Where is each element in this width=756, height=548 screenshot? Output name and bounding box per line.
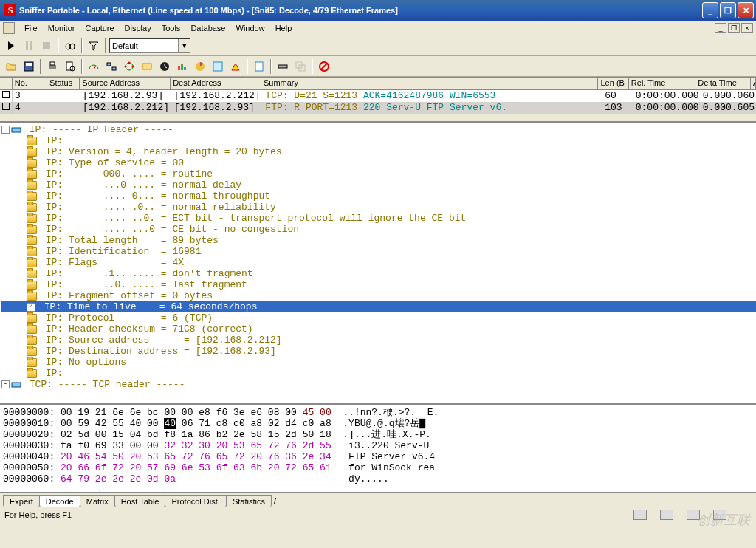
tree-node[interactable]: IP: Total length = 89 bytes: [1, 235, 756, 246]
tree-node[interactable]: IP:: [1, 135, 756, 146]
hex-pane[interactable]: 00000000: 00 19 21 6e 6e bc 00 00 e8 f6 …: [0, 403, 756, 492]
tree-node[interactable]: - IP: ----- IP Header -----: [1, 124, 756, 135]
tree-node[interactable]: - TCP: ----- TCP header -----: [1, 379, 756, 390]
maximize-button[interactable]: ❐: [720, 2, 736, 18]
menubar: File Monitor Capture Display Tools Datab…: [0, 21, 756, 35]
close-button[interactable]: ✕: [738, 2, 754, 18]
tree-node[interactable]: IP:: [1, 368, 756, 379]
status-icon-1[interactable]: [633, 510, 647, 520]
menu-help[interactable]: Help: [270, 22, 298, 34]
col-status[interactable]: Status: [47, 78, 80, 89]
tree-node[interactable]: IP: ...0 .... = normal delay: [1, 179, 756, 191]
tree-node[interactable]: IP: Type of service = 00: [1, 157, 756, 168]
col-len[interactable]: Len (B: [598, 78, 628, 89]
arp-icon[interactable]: [210, 58, 226, 75]
tree-node[interactable]: IP: 000. .... = routine: [1, 168, 756, 179]
hex-row[interactable]: 00000020: 02 5d 00 15 04 bd f8 1a 86 b2 …: [3, 429, 753, 440]
col-summary[interactable]: Summary: [261, 78, 599, 89]
mdi-close-button[interactable]: ×: [741, 23, 753, 33]
size-dist-icon[interactable]: [192, 58, 208, 75]
tree-node[interactable]: IP: Identification = 16981: [1, 246, 756, 257]
hosts-icon[interactable]: [103, 58, 120, 75]
matrix-icon[interactable]: [121, 58, 137, 75]
packet-row[interactable]: 3[192.168.2.93][192.168.2.212]TCP: D=21 …: [0, 90, 756, 102]
tab-matrix[interactable]: Matrix: [80, 495, 115, 507]
menu-window[interactable]: Window: [230, 22, 269, 34]
svg-rect-7: [66, 62, 72, 70]
menu-capture[interactable]: Capture: [80, 22, 119, 34]
stop-button[interactable]: [38, 38, 55, 54]
mdi-restore-button[interactable]: ❐: [728, 23, 740, 33]
tab-statistics[interactable]: Statistics: [226, 495, 272, 507]
tree-node[interactable]: IP: Source address = [192.168.2.212]: [1, 335, 756, 346]
hex-row[interactable]: 00000040: 20 46 54 50 20 53 65 72 76 65 …: [3, 451, 753, 462]
tree-node[interactable]: IP: .... ...0 = CE bit - no congestion: [1, 224, 756, 235]
menu-tools[interactable]: Tools: [157, 22, 186, 34]
tree-node[interactable]: IP: .... ..0. = ECT bit - transport prot…: [1, 213, 756, 224]
col-abs[interactable]: Abs. Time: [751, 78, 756, 89]
tree-node[interactable]: IP: ..0. .... = last fragment: [1, 279, 756, 290]
tab-host-table[interactable]: Host Table: [114, 495, 166, 507]
cascade-icon[interactable]: [292, 58, 309, 75]
col-no[interactable]: No.: [13, 78, 47, 89]
menu-monitor[interactable]: Monitor: [43, 22, 80, 34]
col-src[interactable]: Source Address: [80, 78, 171, 89]
filter-combo[interactable]: Default▾: [109, 38, 190, 53]
tree-node[interactable]: IP: .1.. .... = don't fragment: [1, 268, 756, 279]
svg-point-15: [125, 65, 127, 67]
hex-row[interactable]: 00000000: 00 19 21 6e 6e bc 00 00 e8 f6 …: [3, 407, 753, 418]
tree-node[interactable]: IP: Destination address = [192.168.2.93]: [1, 346, 756, 357]
network-icon: [11, 125, 21, 135]
switch-icon[interactable]: [275, 58, 291, 75]
minimize-button[interactable]: _: [702, 2, 718, 18]
tree-node[interactable]: IP: .... .0.. = normal reliability: [1, 202, 756, 213]
tree-node[interactable]: IP: Fragment offset = 0 bytes: [1, 290, 756, 301]
folder-icon: [27, 369, 37, 378]
tree-node[interactable]: IP: No options: [1, 357, 756, 368]
pause-button[interactable]: [21, 38, 37, 54]
tree-node[interactable]: IP: Header checksum = 71C8 (correct): [1, 323, 756, 335]
hex-row[interactable]: 00000050: 20 66 6f 72 20 57 69 6e 53 6f …: [3, 462, 753, 473]
hex-row[interactable]: 00000010: 00 59 42 55 40 00 40 06 71 c8 …: [3, 418, 753, 429]
decode-tree[interactable]: - IP: ----- IP Header ----- IP: IP: Vers…: [0, 121, 756, 403]
tab-expert[interactable]: Expert: [3, 495, 40, 507]
status-icon-2[interactable]: [660, 510, 673, 520]
svg-rect-6: [50, 62, 55, 65]
check-icon: ✓: [27, 303, 35, 312]
mdi-doc-icon[interactable]: [3, 22, 15, 34]
menu-database[interactable]: Database: [185, 22, 230, 34]
tree-node[interactable]: IP: Protocol = 6 (TCP): [1, 312, 756, 323]
col-delta[interactable]: Delta Time: [695, 78, 751, 89]
save-icon[interactable]: [21, 58, 37, 75]
app-icon: S: [4, 4, 16, 16]
folder-icon: [27, 247, 37, 256]
tree-node[interactable]: IP: Version = 4, header length = 20 byte…: [1, 146, 756, 157]
print-icon[interactable]: [44, 58, 61, 75]
history-icon[interactable]: [157, 58, 173, 75]
address-book-icon[interactable]: [251, 58, 267, 75]
app-resp-icon[interactable]: [139, 58, 155, 75]
tab-decode[interactable]: Decode: [39, 495, 80, 507]
hex-row[interactable]: 00000030: fa f0 69 33 00 00 32 32 30 20 …: [3, 440, 753, 451]
menu-display[interactable]: Display: [120, 22, 157, 34]
protocol-icon[interactable]: [174, 58, 190, 75]
col-rel[interactable]: Rel. Time: [629, 78, 695, 89]
menu-file[interactable]: File: [19, 22, 43, 34]
preview-icon[interactable]: [62, 58, 78, 75]
alarm-icon[interactable]: [227, 58, 244, 75]
hex-row[interactable]: 00000060: 64 79 2e 2e 2e 0d 0a dy.....: [3, 473, 753, 484]
binocular-icon[interactable]: [62, 38, 78, 54]
mdi-min-button[interactable]: _: [715, 23, 726, 33]
packet-row[interactable]: 4[192.168.2.212][192.168.2.93]FTP: R POR…: [0, 102, 756, 114]
stop-capture-icon[interactable]: [316, 58, 332, 75]
tree-node[interactable]: IP: Flags = 4X: [1, 257, 756, 268]
tree-node[interactable]: IP: .... 0... = normal throughput: [1, 191, 756, 202]
tree-node[interactable]: ✓ IP: Time to live = 64 seconds/hops: [1, 301, 756, 312]
filter-icon[interactable]: [86, 38, 102, 54]
dashboard-icon[interactable]: [86, 58, 102, 75]
tab-protocol-dist-[interactable]: Protocol Dist.: [165, 495, 226, 507]
play-button[interactable]: [3, 38, 19, 54]
packet-hscroll[interactable]: [0, 114, 756, 121]
col-dst[interactable]: Dest Address: [171, 78, 261, 89]
open-icon[interactable]: [3, 58, 19, 75]
